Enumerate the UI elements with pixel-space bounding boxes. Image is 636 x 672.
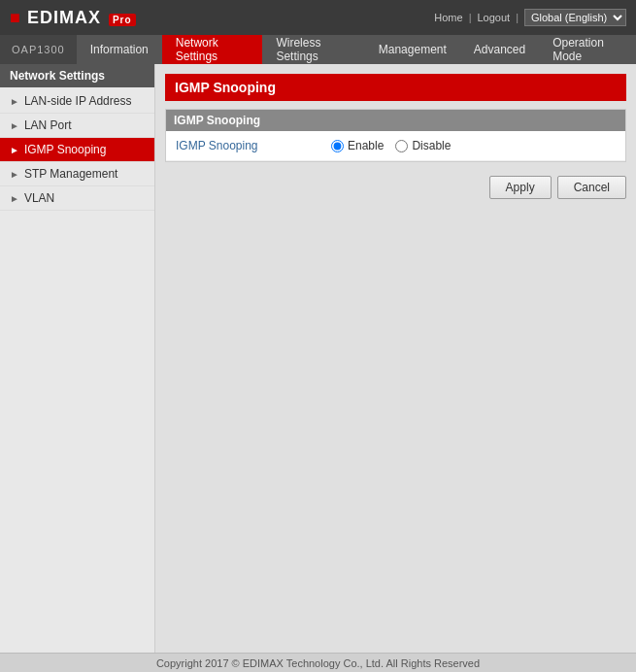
separator2: | <box>516 12 519 23</box>
arrow-icon: ► <box>10 120 19 131</box>
oap-label: OAP1300 <box>0 35 77 64</box>
enable-text: Enable <box>348 139 384 152</box>
header-right: Home | Logout | Global (English) <box>434 9 626 26</box>
cancel-button[interactable]: Cancel <box>557 176 626 199</box>
nav-item-network-settings[interactable]: Network Settings <box>162 35 263 64</box>
main: Network Settings ► LAN-side IP Address ►… <box>0 64 636 653</box>
disable-radio-label[interactable]: Disable <box>395 139 451 152</box>
home-link[interactable]: Home <box>434 12 462 23</box>
nav-item-management[interactable]: Management <box>365 35 460 64</box>
sidebar-item-label: LAN-side IP Address <box>24 94 132 108</box>
page-header: IGMP Snooping <box>165 74 626 101</box>
arrow-icon: ► <box>10 145 19 155</box>
sidebar: Network Settings ► LAN-side IP Address ►… <box>0 64 155 653</box>
logout-link[interactable]: Logout <box>477 12 510 23</box>
sidebar-item-label: VLAN <box>24 191 54 205</box>
enable-radio-label[interactable]: Enable <box>331 139 384 152</box>
nav-item-information[interactable]: Information <box>77 35 162 64</box>
sidebar-item-label: IGMP Snooping <box>24 143 107 156</box>
apply-button[interactable]: Apply <box>489 176 552 199</box>
nav-item-operation-mode[interactable]: Operation Mode <box>539 35 636 64</box>
nav-item-wireless-settings[interactable]: Wireless Settings <box>262 35 364 64</box>
button-row: Apply Cancel <box>165 170 626 205</box>
logo-text: ■ EDIMAX Pro <box>10 8 136 28</box>
sidebar-title: Network Settings <box>0 64 154 87</box>
navbar: OAP1300 Information Network Settings Wir… <box>0 35 636 64</box>
separator1: | <box>469 12 472 23</box>
section-header: IGMP Snooping <box>166 110 625 131</box>
sidebar-item-label: STP Management <box>24 167 118 181</box>
footer: Copyright 2017 © EDIMAX Technology Co., … <box>0 653 636 672</box>
sidebar-item-label: LAN Port <box>24 118 72 132</box>
logo: ■ EDIMAX Pro <box>10 8 136 28</box>
igmp-label: IGMP Snooping <box>176 139 331 152</box>
disable-radio[interactable] <box>395 140 408 152</box>
enable-radio[interactable] <box>331 140 344 152</box>
language-select[interactable]: Global (English) <box>524 9 626 26</box>
sidebar-item-vlan[interactable]: ► VLAN <box>0 186 154 211</box>
sidebar-item-lan-ip[interactable]: ► LAN-side IP Address <box>0 89 154 114</box>
nav-item-advanced[interactable]: Advanced <box>460 35 539 64</box>
arrow-icon: ► <box>10 169 19 180</box>
igmp-snooping-row: IGMP Snooping Enable Disable <box>166 131 625 161</box>
header: ■ EDIMAX Pro Home | Logout | Global (Eng… <box>0 0 636 35</box>
arrow-icon: ► <box>10 193 19 204</box>
section-box: IGMP Snooping IGMP Snooping Enable Disab… <box>165 109 626 162</box>
arrow-icon: ► <box>10 96 19 107</box>
logo-pro-badge: Pro <box>109 14 136 26</box>
sidebar-item-stp[interactable]: ► STP Management <box>0 162 154 186</box>
igmp-value: Enable Disable <box>331 139 451 152</box>
logo-s-icon: ■ <box>10 8 21 27</box>
content: IGMP Snooping IGMP Snooping IGMP Snoopin… <box>155 64 636 653</box>
disable-text: Disable <box>412 139 451 152</box>
logo-edimax-text: EDIMAX <box>27 8 101 27</box>
sidebar-item-lan-port[interactable]: ► LAN Port <box>0 114 154 138</box>
sidebar-item-igmp[interactable]: ► IGMP Snooping <box>0 138 154 162</box>
